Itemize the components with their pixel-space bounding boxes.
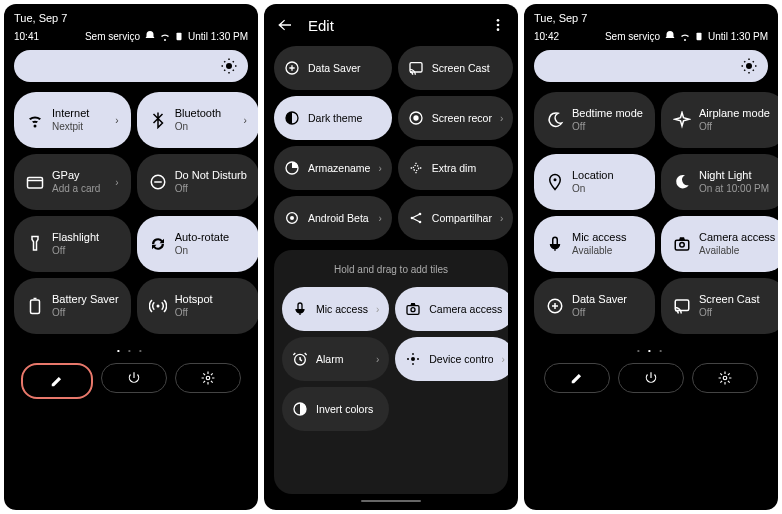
alarm-text: Until 1:30 PM bbox=[708, 31, 768, 42]
location-icon bbox=[546, 173, 564, 191]
tile-label: Bluetooth bbox=[175, 107, 236, 120]
svg-point-26 bbox=[411, 357, 415, 361]
svg-rect-11 bbox=[410, 63, 422, 72]
chevron-icon: › bbox=[500, 213, 503, 224]
tile-location[interactable]: LocationOn bbox=[534, 154, 655, 210]
tile-cast[interactable]: Screen Cast bbox=[398, 46, 513, 90]
tile-storage[interactable]: Armazename› bbox=[274, 146, 392, 190]
back-icon[interactable] bbox=[276, 16, 294, 34]
tile-alarm[interactable]: Alarm› bbox=[282, 337, 389, 381]
tile-label: Location bbox=[572, 169, 643, 182]
tile-label: Device contro bbox=[429, 353, 493, 365]
tile-label: Screen Cast bbox=[699, 293, 775, 306]
svg-rect-4 bbox=[31, 300, 40, 314]
tile-label: Invert colors bbox=[316, 403, 379, 415]
brightness-slider[interactable] bbox=[534, 50, 768, 82]
chevron-icon: › bbox=[378, 213, 381, 224]
tile-bedtime[interactable]: Bedtime modeOff bbox=[534, 92, 655, 148]
tile-label: Compartilhar bbox=[432, 212, 492, 224]
dim-icon bbox=[408, 160, 424, 176]
tile-nightlight[interactable]: Night LightOn at 10:00 PM bbox=[661, 154, 778, 210]
tile-invert[interactable]: Invert colors bbox=[282, 387, 389, 431]
tile-datasaver[interactable]: Data Saver bbox=[274, 46, 392, 90]
svg-point-8 bbox=[497, 24, 500, 27]
edit-button[interactable] bbox=[21, 363, 93, 399]
tile-camera[interactable]: Camera accessAvailable bbox=[661, 216, 778, 272]
do-not-disturb-icon bbox=[144, 30, 156, 42]
tile-dim[interactable]: Extra dim bbox=[398, 146, 513, 190]
tile-cast[interactable]: Screen CastOff bbox=[661, 278, 778, 334]
datasaver-icon bbox=[284, 60, 300, 76]
tile-device[interactable]: Device contro› bbox=[395, 337, 508, 381]
button-row bbox=[534, 363, 768, 393]
tile-sub: Add a card bbox=[52, 183, 107, 195]
svg-point-33 bbox=[680, 243, 685, 248]
tile-dnd[interactable]: Do Not DisturbOff bbox=[137, 154, 258, 210]
tile-darktheme[interactable]: Dark theme bbox=[274, 96, 392, 140]
tile-camera[interactable]: Camera access bbox=[395, 287, 508, 331]
settings-button[interactable] bbox=[692, 363, 758, 393]
edit-panel: Edit Data SaverScreen CastDark themeScre… bbox=[264, 4, 518, 510]
bluetooth-icon bbox=[149, 111, 167, 129]
rotate-icon bbox=[149, 235, 167, 253]
chevron-icon: › bbox=[501, 354, 504, 365]
tile-bluetooth[interactable]: BluetoothOn› bbox=[137, 92, 258, 148]
tile-label: Hotspot bbox=[175, 293, 247, 306]
edit-header: Edit bbox=[274, 12, 508, 46]
wifi-icon bbox=[679, 30, 691, 42]
tile-flashlight[interactable]: FlashlightOff bbox=[14, 216, 131, 272]
camera-icon bbox=[673, 235, 691, 253]
status-icons bbox=[144, 30, 184, 42]
svg-rect-23 bbox=[407, 306, 419, 315]
wifi-icon bbox=[159, 30, 171, 42]
status-time: 10:42 bbox=[534, 31, 559, 42]
tile-label: Armazename bbox=[308, 162, 370, 174]
tile-battery[interactable]: Battery SaverOff bbox=[14, 278, 131, 334]
nav-handle[interactable] bbox=[361, 500, 421, 502]
chevron-icon: › bbox=[115, 115, 118, 126]
tile-label: Camera access bbox=[429, 303, 505, 315]
tile-rotate[interactable]: Auto-rotateOn bbox=[137, 216, 258, 272]
edit-button[interactable] bbox=[544, 363, 610, 393]
alarm-text: Until 1:30 PM bbox=[188, 31, 248, 42]
tile-wifi[interactable]: InternetNextpit› bbox=[14, 92, 131, 148]
svg-point-7 bbox=[497, 19, 500, 22]
tile-label: Do Not Disturb bbox=[175, 169, 247, 182]
device-icon bbox=[405, 351, 421, 367]
svg-point-14 bbox=[413, 115, 418, 120]
tile-label: Data Saver bbox=[572, 293, 643, 306]
pencil-icon bbox=[50, 374, 64, 388]
tile-sub: Off bbox=[52, 307, 119, 319]
status-date: Tue, Sep 7 bbox=[534, 12, 768, 24]
do-not-disturb-icon bbox=[664, 30, 676, 42]
tile-share[interactable]: Compartilhar› bbox=[398, 196, 513, 240]
pencil-icon bbox=[570, 371, 584, 385]
tile-mic[interactable]: Mic accessAvailable bbox=[534, 216, 655, 272]
tile-label: Mic access bbox=[572, 231, 643, 244]
tile-hotspot[interactable]: HotspotOff bbox=[137, 278, 258, 334]
power-button[interactable] bbox=[101, 363, 167, 393]
settings-button[interactable] bbox=[175, 363, 241, 393]
tile-mic[interactable]: Mic access› bbox=[282, 287, 389, 331]
power-button[interactable] bbox=[618, 363, 684, 393]
svg-point-20 bbox=[418, 213, 421, 216]
brightness-slider[interactable] bbox=[14, 50, 248, 82]
dnd-icon bbox=[149, 173, 167, 191]
svg-point-30 bbox=[554, 178, 557, 181]
tile-label: Battery Saver bbox=[52, 293, 119, 306]
tile-datasaver[interactable]: Data SaverOff bbox=[534, 278, 655, 334]
mic-icon bbox=[292, 301, 308, 317]
tile-sub: Off bbox=[175, 183, 247, 195]
svg-rect-32 bbox=[675, 240, 689, 250]
quicksettings-panel-1: Tue, Sep 7 10:41 Sem serviço Until 1:30 … bbox=[4, 4, 258, 510]
tile-gpay[interactable]: GPayAdd a card› bbox=[14, 154, 131, 210]
darktheme-icon bbox=[284, 110, 300, 126]
carrier-text: Sem serviço bbox=[85, 31, 140, 42]
more-icon[interactable] bbox=[490, 17, 506, 33]
tile-android[interactable]: Android Beta› bbox=[274, 196, 392, 240]
page-dots: • • • bbox=[534, 346, 768, 355]
tile-airplane[interactable]: Airplane modeOff bbox=[661, 92, 778, 148]
tile-record[interactable]: Screen recor› bbox=[398, 96, 513, 140]
button-row bbox=[14, 363, 248, 399]
tile-label: Airplane mode bbox=[699, 107, 775, 120]
